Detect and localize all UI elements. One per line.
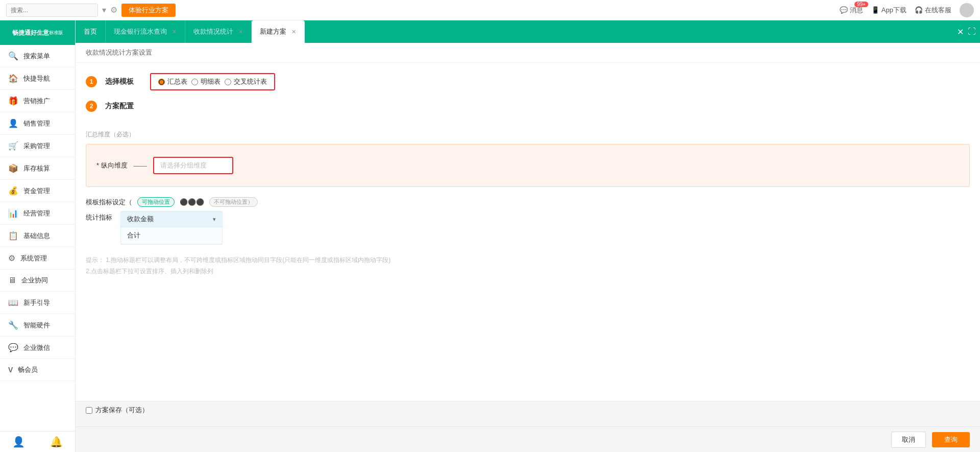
gift-icon: 🎁 bbox=[8, 96, 18, 106]
sidebar-item-nav[interactable]: 🏠 快捷导航 bbox=[0, 67, 75, 90]
step2-label: 方案配置 bbox=[105, 102, 134, 111]
sidebar-item-inventory[interactable]: 📦 库存核算 bbox=[0, 157, 75, 180]
search-icon: 🔍 bbox=[8, 51, 18, 61]
sidebar-item-collab[interactable]: 🖥 企业协同 bbox=[0, 270, 75, 292]
hint-text-1: 提示： 1.拖动标题栏可以调整布局，不可跨维度或指标区域拖动同目字段(只能在同一… bbox=[86, 255, 390, 266]
sidebar-item-system[interactable]: ⚙ 系统管理 bbox=[0, 247, 75, 270]
sidebar-item-marketing[interactable]: 🎁 营销推广 bbox=[0, 90, 75, 112]
hint-section: 提示： 1.拖动标题栏可以调整布局，不可跨维度或指标区域拖动同目字段(只能在同一… bbox=[86, 255, 970, 287]
step1-label: 选择模板 bbox=[105, 77, 134, 86]
tab-new-plan[interactable]: 新建方案 ✕ bbox=[252, 20, 305, 43]
sidebar-item-hardware[interactable]: 🔧 智能硬件 bbox=[0, 314, 75, 337]
gear-icon: ⚙ bbox=[8, 253, 15, 263]
page-body: 收款情况统计方案设置 1 选择模板 汇总表 bbox=[76, 43, 980, 401]
close-window-icon[interactable]: ✕ bbox=[957, 27, 964, 37]
breadcrumb-text: 收款情况统计方案设置 bbox=[86, 49, 152, 56]
indicator-prefix: 模板指标设定（ bbox=[86, 198, 132, 207]
top-search-input[interactable] bbox=[6, 4, 98, 17]
query-button[interactable]: 查询 bbox=[932, 432, 970, 447]
user-avatar[interactable] bbox=[960, 3, 974, 17]
money-icon: 💰 bbox=[8, 186, 18, 196]
notification-count: 99+ bbox=[854, 2, 868, 7]
tab-close-receipt[interactable]: ✕ bbox=[238, 29, 243, 35]
sidebar-item-search[interactable]: 🔍 搜索菜单 bbox=[0, 45, 75, 67]
sidebar-user-icon[interactable]: 👤 bbox=[12, 436, 25, 448]
bottom-actions: 取消 查询 bbox=[76, 426, 980, 452]
clipboard-icon: 📋 bbox=[8, 231, 18, 241]
download-icon: 📱 bbox=[871, 6, 879, 14]
dimension-area: * 纵向维度 —— 请选择分组维度 bbox=[86, 144, 970, 187]
sidebar-item-label: 畅会员 bbox=[18, 365, 38, 374]
save-checkbox[interactable] bbox=[86, 407, 92, 414]
sidebar-item-operations[interactable]: 📊 经营管理 bbox=[0, 202, 75, 225]
save-option[interactable]: 方案保存（可选） bbox=[86, 406, 149, 415]
tab-close-new[interactable]: ✕ bbox=[291, 29, 296, 35]
settings-icon[interactable]: ⚙ bbox=[110, 5, 117, 15]
draggable-badge: 可拖动位置 bbox=[137, 197, 175, 207]
radio-detail-input[interactable] bbox=[191, 79, 198, 85]
stat-dropdown-arrow[interactable]: ▾ bbox=[213, 216, 216, 223]
sidebar-item-label: 经营管理 bbox=[23, 209, 50, 218]
step2-row: 2 方案配置 bbox=[86, 101, 970, 112]
sidebar-item-member[interactable]: V 畅会员 bbox=[0, 359, 75, 381]
radio-detail[interactable]: 明细表 bbox=[191, 77, 220, 86]
stat-row-value: 合计 bbox=[127, 231, 140, 239]
sidebar-item-label: 新手引导 bbox=[23, 298, 50, 307]
content-area: 首页 现金银行流水查询 ✕ 收款情况统计 ✕ 新建方案 ✕ ✕ ⛶ bbox=[76, 20, 980, 452]
sidebar-item-label: 营销推广 bbox=[23, 97, 50, 106]
dimension-label-text: 汇总维度（必选） bbox=[86, 131, 135, 138]
sidebar-item-wechat[interactable]: 💬 企业微信 bbox=[0, 337, 75, 359]
chart-icon: 📊 bbox=[8, 208, 18, 218]
indicator-section: 模板指标设定（ 可拖动位置 ⚫⚫⚫ 不可拖动位置） 统计指标 bbox=[86, 197, 970, 245]
hint-text-2: 2.点击标题栏下拉可设置排序、插入列和删除列 bbox=[86, 266, 213, 277]
sidebar-item-label: 系统管理 bbox=[20, 254, 47, 263]
download-link[interactable]: 📱 App下载 bbox=[871, 6, 906, 15]
radio-cross-input[interactable] bbox=[225, 79, 231, 85]
tab-bank-query[interactable]: 现金银行流水查询 ✕ bbox=[106, 20, 185, 43]
dimension-row: * 纵向维度 —— 请选择分组维度 bbox=[96, 157, 959, 174]
sidebar-item-label: 资金管理 bbox=[23, 186, 50, 196]
sidebar-item-finance[interactable]: 💰 资金管理 bbox=[0, 180, 75, 202]
dimension-placeholder: 请选择分组维度 bbox=[160, 161, 207, 169]
save-label: 方案保存（可选） bbox=[95, 406, 149, 415]
config-section: 汇总维度（必选） * 纵向维度 —— 请选择分组维度 bbox=[76, 130, 980, 297]
sidebar-item-sales[interactable]: 👤 销售管理 bbox=[0, 112, 75, 135]
stat-table-header[interactable]: 收款金额 ▾ bbox=[121, 211, 222, 227]
message-badge[interactable]: 💬 消息 99+ bbox=[840, 6, 863, 15]
service-icon: 🎧 bbox=[915, 6, 923, 14]
message-icon: 💬 bbox=[840, 6, 848, 14]
expand-window-icon[interactable]: ⛶ bbox=[968, 27, 976, 36]
cancel-button[interactable]: 取消 bbox=[891, 432, 926, 448]
service-link[interactable]: 🎧 在线客服 bbox=[915, 6, 951, 15]
tab-receipt-label: 收款情况统计 bbox=[193, 27, 233, 36]
sidebar-item-purchase[interactable]: 🛒 采购管理 bbox=[0, 135, 75, 157]
sidebar-item-label: 快捷导航 bbox=[23, 74, 50, 83]
radio-summary[interactable]: 汇总表 bbox=[158, 77, 187, 86]
sidebar-item-guide[interactable]: 📖 新手引导 bbox=[0, 292, 75, 314]
tab-close-bank[interactable]: ✕ bbox=[172, 29, 177, 35]
radio-cross-label: 交叉统计表 bbox=[234, 77, 267, 86]
dropdown-icon[interactable]: ▾ bbox=[102, 5, 106, 15]
sidebar-bottom: 👤 🔔 bbox=[0, 431, 75, 452]
tab-bar-actions: ✕ ⛶ bbox=[957, 20, 980, 43]
tab-receipt-stat[interactable]: 收款情况统计 ✕ bbox=[185, 20, 252, 43]
stat-column-header: 收款金额 bbox=[127, 215, 154, 224]
sidebar-item-basic-info[interactable]: 📋 基础信息 bbox=[0, 225, 75, 247]
top-bar-left: ▾ ⚙ 体验行业方案 bbox=[6, 4, 176, 17]
dimension-select[interactable]: 请选择分组维度 bbox=[153, 157, 233, 174]
radio-cross[interactable]: 交叉统计表 bbox=[225, 77, 267, 86]
stat-table-row: 合计 bbox=[121, 227, 222, 244]
radio-summary-input[interactable] bbox=[158, 79, 165, 85]
tab-home[interactable]: 首页 bbox=[76, 20, 106, 43]
box-icon: 📦 bbox=[8, 163, 18, 173]
sidebar-item-label: 基础信息 bbox=[23, 231, 50, 241]
top-bar: ▾ ⚙ 体验行业方案 💬 消息 99+ 📱 App下载 🎧 在线客服 bbox=[0, 0, 980, 20]
sidebar-item-label: 企业微信 bbox=[23, 343, 50, 352]
home-icon: 🏠 bbox=[8, 74, 18, 83]
sidebar-bell-icon[interactable]: 🔔 bbox=[50, 436, 63, 448]
stat-section-label: 统计指标 bbox=[86, 213, 112, 221]
cart-icon: 🛒 bbox=[8, 141, 18, 151]
user-icon: 👤 bbox=[8, 118, 18, 128]
download-label: App下载 bbox=[881, 6, 906, 15]
trial-button[interactable]: 体验行业方案 bbox=[121, 4, 176, 17]
